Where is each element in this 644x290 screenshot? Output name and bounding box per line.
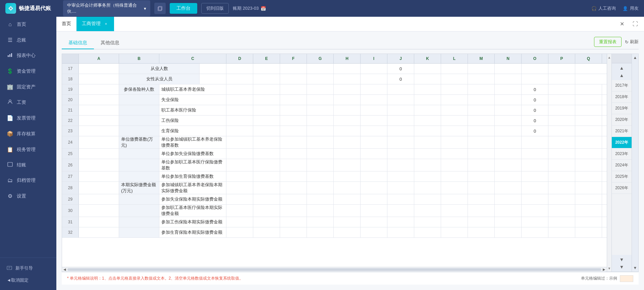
cell-24-a[interactable] <box>79 136 119 148</box>
cell-18-h[interactable] <box>307 74 334 84</box>
cell-28-n[interactable] <box>495 182 522 194</box>
cell-28-d[interactable] <box>226 182 253 194</box>
cell-21-l[interactable] <box>441 105 468 115</box>
cell-22-i[interactable] <box>361 116 387 126</box>
cell-24-p[interactable] <box>548 136 575 148</box>
sidebar-item-assets[interactable]: 🏢 固定资产 <box>0 79 56 95</box>
cell-31-c[interactable]: 参加工伤保险本期实际缴费金额 <box>159 217 226 227</box>
cell-21-b[interactable] <box>119 105 159 115</box>
cell-17-o[interactable] <box>495 64 522 74</box>
cell-21-n[interactable] <box>495 105 522 115</box>
tab-close-icon[interactable]: ✕ <box>617 19 627 29</box>
cell-23-a[interactable] <box>79 126 119 136</box>
cell-26-f[interactable] <box>280 159 307 171</box>
cell-27-a[interactable] <box>79 171 119 182</box>
h-scroll-right-arrow[interactable]: ▶ <box>603 268 605 271</box>
copy-button[interactable] <box>154 3 166 14</box>
cell-25-h[interactable] <box>334 149 361 159</box>
cell-23-n[interactable] <box>495 126 522 136</box>
cell-31-q[interactable] <box>575 217 602 227</box>
cell-19-o[interactable]: 0 <box>522 84 548 94</box>
cell-32-l[interactable] <box>441 227 468 237</box>
year-scroll-down2-icon[interactable]: ▼ <box>617 264 627 270</box>
year-item-2023[interactable]: 2023年 <box>612 148 632 160</box>
cell-26-q[interactable] <box>575 159 602 171</box>
cell-20-o[interactable]: 0 <box>522 95 548 105</box>
cell-30-h[interactable] <box>334 205 361 217</box>
cell-27-i[interactable] <box>361 171 387 182</box>
cell-31-o[interactable] <box>522 217 548 227</box>
cell-30-f[interactable] <box>280 205 307 217</box>
cell-31-n[interactable] <box>495 217 522 227</box>
cell-22-p[interactable] <box>548 116 575 126</box>
cell-21-f[interactable] <box>280 105 307 115</box>
h-scroll-left-arrow[interactable]: ◀ <box>63 268 66 271</box>
cell-20-q[interactable] <box>575 95 602 105</box>
cell-19-q[interactable] <box>575 84 602 94</box>
cell-26-b[interactable] <box>119 159 159 171</box>
cell-17-q[interactable] <box>548 64 575 74</box>
cell-19-h[interactable] <box>334 84 361 94</box>
cell-21-e[interactable] <box>253 105 280 115</box>
tab-business[interactable]: 工商管理 × <box>76 17 114 31</box>
cell-31-p[interactable] <box>548 217 575 227</box>
sub-tab-other[interactable]: 其他信息 <box>94 37 126 49</box>
cell-30-a[interactable] <box>79 205 119 217</box>
cell-18-o[interactable] <box>495 74 522 84</box>
reset-report-button[interactable]: 重置报表 <box>594 37 622 47</box>
cell-20-c[interactable]: 失业保险 <box>159 95 226 105</box>
cell-27-h[interactable] <box>334 171 361 182</box>
cell-31-d[interactable] <box>226 217 253 227</box>
tab-expand-icon[interactable]: ⛶ <box>631 19 640 29</box>
cell-29-a[interactable] <box>79 194 119 204</box>
cell-23-b[interactable] <box>119 126 159 136</box>
cell-19-d[interactable] <box>226 84 253 94</box>
cell-24-g[interactable] <box>307 136 334 148</box>
year-item-2024[interactable]: 2024年 <box>612 160 632 171</box>
cell-32-p[interactable] <box>548 227 575 237</box>
cell-30-j[interactable] <box>387 205 414 217</box>
sidebar-item-settings[interactable]: ⚙ 设置 <box>0 188 56 204</box>
cell-30-q[interactable] <box>575 205 602 217</box>
cell-27-e[interactable] <box>253 171 280 182</box>
year-item-2017[interactable]: 2017年 <box>612 80 632 91</box>
cell-19-b[interactable]: 参保各险种人数 <box>119 84 159 94</box>
cell-27-n[interactable] <box>495 171 522 182</box>
cell-30-c[interactable]: 参加职工基本医疗保险本期实际缴费金额 <box>159 205 226 217</box>
cell-31-h[interactable] <box>334 217 361 227</box>
cell-22-h[interactable] <box>334 116 361 126</box>
cell-17-m[interactable] <box>441 64 468 74</box>
cell-19-a[interactable] <box>79 84 119 94</box>
cell-32-a[interactable] <box>79 227 119 237</box>
cell-17-l[interactable] <box>414 64 441 74</box>
cell-28-o[interactable] <box>522 182 548 194</box>
cell-19-i[interactable] <box>361 84 387 94</box>
cell-23-o[interactable]: 0 <box>522 126 548 136</box>
cell-29-o[interactable] <box>522 194 548 204</box>
cell-20-p[interactable] <box>548 95 575 105</box>
cell-18-i[interactable] <box>334 74 361 84</box>
cell-26-h[interactable] <box>334 159 361 171</box>
h-scrollbar[interactable]: ◀ ▶ <box>62 267 607 272</box>
cell-21-a[interactable] <box>79 105 119 115</box>
cell-31-k[interactable] <box>414 217 441 227</box>
year-item-2018[interactable]: 2018年 <box>612 91 632 103</box>
collapse-up-icon[interactable]: ▲ <box>633 55 637 60</box>
cell-26-i[interactable] <box>361 159 387 171</box>
cell-32-c[interactable]: 参加生育保险本期实际缴费金额 <box>159 227 226 237</box>
cell-30-b[interactable] <box>119 205 159 217</box>
cell-22-b[interactable] <box>119 116 159 126</box>
cell-27-j[interactable] <box>387 171 414 182</box>
cell-20-d[interactable] <box>226 95 253 105</box>
cell-20-l[interactable] <box>441 95 468 105</box>
cell-25-q[interactable] <box>575 149 602 159</box>
cell-25-n[interactable] <box>495 149 522 159</box>
cell-30-o[interactable] <box>522 205 548 217</box>
cell-30-l[interactable] <box>441 205 468 217</box>
cell-23-c[interactable]: 生育保险 <box>159 126 226 136</box>
cell-32-k[interactable] <box>414 227 441 237</box>
cell-18-e[interactable] <box>226 74 253 84</box>
cell-22-n[interactable] <box>495 116 522 126</box>
cell-27-q[interactable] <box>575 171 602 182</box>
cell-25-j[interactable] <box>387 149 414 159</box>
